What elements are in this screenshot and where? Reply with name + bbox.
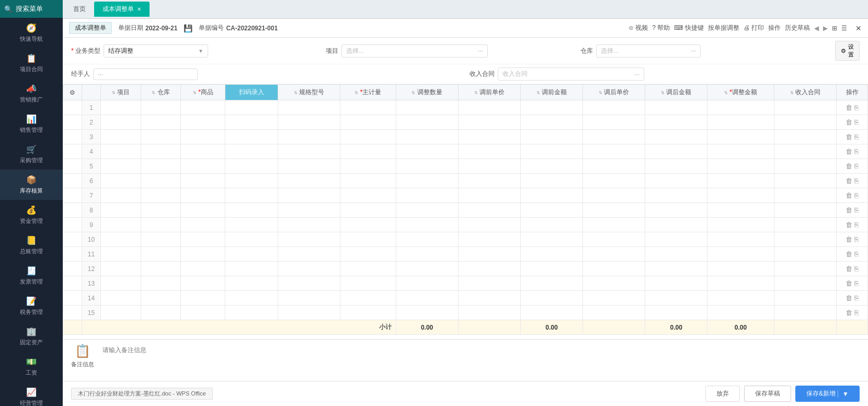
view-icon2[interactable]: ☰ — [841, 25, 847, 32]
table-cell[interactable] — [340, 115, 396, 130]
table-cell[interactable] — [396, 276, 458, 291]
table-cell[interactable] — [225, 276, 278, 291]
business-type-select[interactable]: 结存调整 ▼ — [104, 44, 208, 58]
table-cell[interactable] — [101, 276, 141, 291]
table-cell[interactable] — [225, 232, 278, 247]
delete-icon[interactable]: 🗑 — [846, 250, 852, 258]
save-new-dropdown-icon[interactable]: ▼ — [838, 390, 849, 398]
table-cell[interactable] — [340, 232, 396, 247]
table-cell[interactable] — [707, 203, 774, 218]
table-cell[interactable] — [181, 306, 225, 320]
action-adjust-by-doc[interactable]: 按单据调整 — [708, 24, 739, 32]
table-cell[interactable] — [278, 174, 340, 188]
table-cell[interactable] — [101, 247, 141, 262]
table-cell[interactable] — [225, 100, 278, 115]
table-cell[interactable] — [181, 247, 225, 262]
table-cell[interactable] — [774, 188, 836, 203]
table-cell[interactable] — [645, 100, 707, 115]
table-cell[interactable] — [458, 174, 520, 188]
table-cell[interactable] — [181, 100, 225, 115]
table-cell[interactable] — [645, 306, 707, 320]
table-cell[interactable] — [225, 291, 278, 306]
table-cell[interactable] — [141, 144, 181, 159]
table-cell[interactable] — [520, 203, 583, 218]
delete-icon[interactable]: 🗑 — [846, 206, 852, 214]
save-icon[interactable]: 💾 — [184, 24, 192, 32]
table-cell[interactable] — [774, 276, 836, 291]
table-cell[interactable] — [520, 247, 583, 262]
table-cell[interactable] — [181, 262, 225, 276]
delete-icon[interactable]: 🗑 — [846, 309, 852, 317]
table-cell[interactable] — [396, 232, 458, 247]
table-cell[interactable] — [396, 218, 458, 232]
table-cell[interactable] — [181, 276, 225, 291]
project-select[interactable]: 选择... ··· — [341, 44, 488, 58]
table-cell[interactable] — [278, 188, 340, 203]
table-cell[interactable] — [141, 306, 181, 320]
table-cell[interactable] — [707, 232, 774, 247]
table-cell[interactable] — [396, 262, 458, 276]
copy-icon[interactable]: ⎘ — [854, 206, 859, 214]
table-cell[interactable] — [340, 188, 396, 203]
table-cell[interactable] — [645, 203, 707, 218]
table-cell[interactable] — [645, 144, 707, 159]
table-cell[interactable] — [396, 291, 458, 306]
sidebar-item-inventory[interactable]: 📦 库存核算 — [0, 170, 63, 200]
table-cell[interactable] — [520, 291, 583, 306]
table-cell[interactable] — [141, 130, 181, 144]
warehouse-dots[interactable]: ··· — [691, 47, 696, 54]
copy-icon[interactable]: ⎘ — [854, 162, 859, 170]
income-contract-input[interactable]: 收入合同 ··· — [498, 67, 644, 81]
sidebar-item-quick-nav[interactable]: 🧭 快速导航 — [0, 18, 63, 48]
table-cell[interactable] — [458, 306, 520, 320]
table-cell[interactable] — [278, 232, 340, 247]
col-settings[interactable]: ⚙ — [63, 85, 82, 100]
table-cell[interactable] — [278, 115, 340, 130]
table-cell[interactable] — [583, 174, 645, 188]
table-cell[interactable] — [396, 159, 458, 174]
table-cell[interactable] — [278, 203, 340, 218]
table-cell[interactable] — [225, 262, 278, 276]
table-cell[interactable] — [101, 159, 141, 174]
table-cell[interactable] — [101, 262, 141, 276]
table-cell[interactable] — [181, 144, 225, 159]
delete-icon[interactable]: 🗑 — [846, 162, 852, 170]
table-cell[interactable] — [774, 159, 836, 174]
table-cell[interactable] — [458, 188, 520, 203]
table-cell[interactable] — [225, 115, 278, 130]
table-cell[interactable] — [278, 291, 340, 306]
table-cell[interactable] — [278, 144, 340, 159]
copy-icon[interactable]: ⎘ — [854, 221, 859, 229]
sidebar-item-sales-mgmt[interactable]: 📊 销售管理 — [0, 109, 63, 139]
table-cell[interactable] — [101, 100, 141, 115]
table-cell[interactable] — [645, 218, 707, 232]
table-cell[interactable] — [645, 174, 707, 188]
delete-icon[interactable]: 🗑 — [846, 133, 852, 141]
table-cell[interactable] — [141, 159, 181, 174]
table-cell[interactable] — [101, 218, 141, 232]
table-cell[interactable] — [101, 174, 141, 188]
table-cell[interactable] — [396, 144, 458, 159]
table-cell[interactable] — [458, 100, 520, 115]
table-cell[interactable] — [645, 276, 707, 291]
table-cell[interactable] — [225, 188, 278, 203]
table-cell[interactable] — [141, 100, 181, 115]
nav-next[interactable]: ▶ — [823, 25, 828, 32]
table-cell[interactable] — [707, 218, 774, 232]
table-cell[interactable] — [707, 115, 774, 130]
table-cell[interactable] — [774, 306, 836, 320]
copy-icon[interactable]: ⎘ — [854, 309, 859, 317]
table-cell[interactable] — [520, 188, 583, 203]
table-cell[interactable] — [458, 291, 520, 306]
table-cell[interactable] — [278, 247, 340, 262]
delete-icon[interactable]: 🗑 — [846, 221, 852, 229]
save-new-button[interactable]: 保存&新增 ▼ — [795, 386, 860, 402]
table-cell[interactable] — [645, 232, 707, 247]
table-cell[interactable] — [278, 262, 340, 276]
delete-icon[interactable]: 🗑 — [846, 118, 852, 126]
table-cell[interactable] — [181, 203, 225, 218]
table-cell[interactable] — [101, 306, 141, 320]
table-cell[interactable] — [181, 291, 225, 306]
table-cell[interactable] — [141, 203, 181, 218]
table-cell[interactable] — [340, 262, 396, 276]
